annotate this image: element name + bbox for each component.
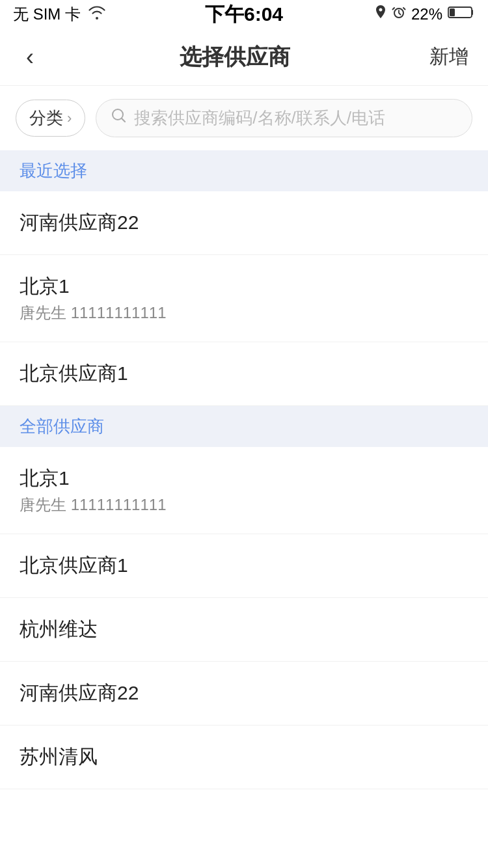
list-item[interactable]: 河南供应商22 xyxy=(0,191,488,255)
svg-rect-2 xyxy=(450,8,455,16)
list-item[interactable]: 北京供应商1 xyxy=(0,534,488,598)
item-name: 杭州维达 xyxy=(20,616,468,643)
add-button[interactable]: 新增 xyxy=(429,44,468,70)
item-name: 苏州清风 xyxy=(20,744,468,770)
location-icon xyxy=(375,5,386,23)
item-name: 河南供应商22 xyxy=(20,210,468,236)
item-name: 河南供应商22 xyxy=(20,680,468,707)
list-item[interactable]: 苏州清风 xyxy=(0,726,488,789)
carrier-text: 无 SIM 卡 xyxy=(13,4,81,25)
back-button[interactable]: ‹ xyxy=(20,37,40,77)
item-name: 北京供应商1 xyxy=(20,552,468,579)
battery-icon xyxy=(448,5,475,23)
status-right: 22% xyxy=(375,5,475,23)
list-item[interactable]: 河南供应商22 xyxy=(0,662,488,726)
item-name: 北京供应商1 xyxy=(20,360,468,387)
item-sub: 唐先生 11111111111 xyxy=(20,495,468,515)
status-time: 下午6:04 xyxy=(205,1,283,28)
item-name: 北京1 xyxy=(20,273,468,300)
filter-bar: 分类 › xyxy=(0,86,488,150)
list-item[interactable]: 杭州维达 xyxy=(0,598,488,662)
alarm-icon xyxy=(392,5,406,23)
search-box xyxy=(96,99,472,137)
category-button[interactable]: 分类 › xyxy=(16,100,85,137)
item-sub: 唐先生 11111111111 xyxy=(20,303,468,323)
list-item[interactable]: 北京1 唐先生 11111111111 xyxy=(0,447,488,534)
search-input[interactable] xyxy=(134,108,457,128)
item-name: 北京1 xyxy=(20,465,468,492)
status-left: 无 SIM 卡 xyxy=(13,4,107,25)
status-bar: 无 SIM 卡 下午6:04 22% xyxy=(0,0,488,29)
category-label: 分类 xyxy=(29,107,63,129)
recent-section-label: 最近选择 xyxy=(20,161,87,180)
list-item[interactable]: 北京1 唐先生 11111111111 xyxy=(0,255,488,342)
page-title: 选择供应商 xyxy=(180,42,290,72)
chevron-right-icon: › xyxy=(67,110,72,127)
search-icon xyxy=(111,107,128,129)
recent-items-list: 河南供应商22 北京1 唐先生 11111111111 北京供应商1 xyxy=(0,191,488,406)
list-item[interactable]: 北京供应商1 xyxy=(0,342,488,406)
all-items-list: 北京1 唐先生 11111111111 北京供应商1 杭州维达 河南供应商22 … xyxy=(0,447,488,789)
all-section-label: 全部供应商 xyxy=(20,416,104,436)
nav-bar: ‹ 选择供应商 新增 xyxy=(0,29,488,86)
wifi-icon xyxy=(87,5,107,23)
recent-section-header: 最近选择 xyxy=(0,150,488,191)
all-section-header: 全部供应商 xyxy=(0,406,488,447)
battery-text: 22% xyxy=(411,5,442,23)
